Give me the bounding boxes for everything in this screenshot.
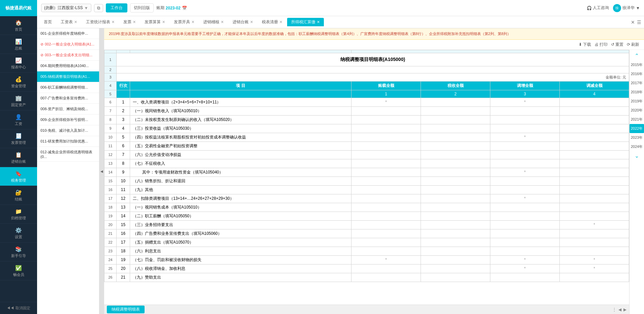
year-up-icon[interactable]: ⌃ <box>633 51 640 60</box>
close-icon[interactable]: ✕ <box>279 20 282 24</box>
form-item-012[interactable]: 012-减免企业所得税优惠明细表(0... <box>37 147 99 162</box>
cell[interactable] <box>490 247 560 255</box>
sidebar-item-closing[interactable]: 🔐 结账 <box>0 186 37 205</box>
year-2015[interactable]: 2015年 <box>630 60 644 69</box>
cell[interactable] <box>351 150 421 159</box>
cell[interactable] <box>490 142 560 150</box>
cell[interactable] <box>421 273 490 282</box>
cell[interactable] <box>351 177 421 185</box>
cell[interactable] <box>490 273 560 282</box>
cell[interactable] <box>490 150 560 159</box>
cell[interactable] <box>351 115 421 124</box>
close-icon[interactable]: ✕ <box>112 20 115 24</box>
cell[interactable] <box>421 177 490 185</box>
close-icon[interactable]: ✕ <box>74 20 77 24</box>
cell[interactable] <box>490 185 560 194</box>
year-2023[interactable]: 2023年 <box>630 133 644 142</box>
cell[interactable] <box>351 220 421 229</box>
cell[interactable]: * <box>351 98 421 106</box>
cell[interactable]: * <box>490 264 560 273</box>
form-item-003[interactable]: ⊘ 003-一般企业成本支出明细... <box>37 50 99 61</box>
cell[interactable] <box>351 203 421 212</box>
sidebar-item-invoice-mgmt[interactable]: 🧾 发票管理 <box>0 129 37 148</box>
cell[interactable] <box>560 212 629 220</box>
cell[interactable] <box>351 142 421 150</box>
close-icon[interactable]: ✕ <box>250 20 253 24</box>
cell[interactable] <box>490 220 560 229</box>
sidebar-item-asset[interactable]: 💰 资金管理 <box>0 73 37 92</box>
cell[interactable] <box>490 177 560 185</box>
cell[interactable] <box>421 203 490 212</box>
sidebar-item-settings[interactable]: ⚙️ 设置 <box>0 224 37 243</box>
cell[interactable] <box>560 273 629 282</box>
copy-button[interactable]: ⧉ <box>94 4 103 12</box>
refresh-button[interactable]: ⟳ 刷新 <box>627 42 639 48</box>
close-icon[interactable]: ✕ <box>317 20 320 24</box>
sidebar-item-report[interactable]: 📈 报表中心 <box>0 54 37 73</box>
cell[interactable] <box>421 133 490 142</box>
form-item-008[interactable]: 008-资产折旧、摊销及纳税... <box>37 104 99 115</box>
year-2017[interactable]: 2017年 <box>630 78 644 88</box>
cell[interactable] <box>351 194 421 203</box>
unpin-button[interactable]: ◀◀ 取消固定 <box>0 302 37 314</box>
cell[interactable] <box>351 133 421 142</box>
cell[interactable] <box>351 106 421 115</box>
scroll-left-icon[interactable]: ◀ <box>618 307 621 312</box>
close-icon[interactable]: ✕ <box>191 20 194 24</box>
cell[interactable] <box>560 177 629 185</box>
cell[interactable]: * <box>560 255 629 264</box>
cell[interactable] <box>490 106 560 115</box>
cell[interactable] <box>351 264 421 273</box>
year-2016[interactable]: 2016年 <box>630 69 644 78</box>
cell[interactable] <box>560 159 629 168</box>
cell[interactable] <box>351 273 421 282</box>
cell[interactable] <box>421 98 490 106</box>
cell[interactable] <box>351 159 421 168</box>
cell[interactable] <box>560 168 629 177</box>
tab-payroll-stat[interactable]: 工资统计报表 ✕ <box>82 18 119 26</box>
year-2018[interactable]: 2018年 <box>630 88 644 97</box>
cell[interactable] <box>490 229 560 238</box>
cell[interactable]: * <box>490 98 560 106</box>
cell[interactable] <box>421 185 490 194</box>
company-selector[interactable]: (勿删）江西股室-LSS ▼ <box>41 4 91 12</box>
tab-tax-clear[interactable]: 税表清册 ✕ <box>258 18 286 26</box>
tab-invoice-in[interactable]: 进销稽核 ✕ <box>199 18 228 26</box>
year-2019[interactable]: 2019年 <box>630 97 644 106</box>
close-all-icon[interactable]: ✕ <box>631 20 635 25</box>
cell[interactable]: * <box>490 133 560 142</box>
sidebar-item-guide[interactable]: 📚 新手引导 <box>0 243 37 261</box>
cell[interactable] <box>560 124 629 133</box>
sidebar-item-tax[interactable]: 🔖 税务管理 <box>0 167 37 186</box>
sidebar-item-home[interactable]: 🏠 首页 <box>0 16 37 35</box>
cell[interactable] <box>560 185 629 194</box>
cell[interactable] <box>421 159 490 168</box>
cell[interactable] <box>421 220 490 229</box>
form-item-006[interactable]: 006-职工薪酬纳税调整明细... <box>37 82 99 93</box>
tab-income-tax[interactable]: 所得税汇算缴 ✕ <box>287 18 324 26</box>
download-button[interactable]: ⬇ 下载 <box>579 42 591 48</box>
cell[interactable] <box>560 194 629 203</box>
tab-home[interactable]: 首页 <box>40 18 56 26</box>
cell[interactable] <box>421 229 490 238</box>
year-2021[interactable]: 2021年 <box>630 115 644 124</box>
cell[interactable] <box>421 255 490 264</box>
form-item-007[interactable]: 007-广告费和业务宣传费跨... <box>37 93 99 104</box>
cell[interactable] <box>560 247 629 255</box>
year-down-icon[interactable]: ⌄ <box>633 151 640 160</box>
form-item-011[interactable]: 011-研发费用加计扣除优惠... <box>37 136 99 147</box>
spreadsheet-container[interactable]: 1 纳税调整项目明细表(A105000) 2 3 <box>104 50 629 305</box>
year-2020[interactable]: 2020年 <box>630 106 644 115</box>
cell[interactable]: * <box>560 220 629 229</box>
cell[interactable] <box>560 229 629 238</box>
cell[interactable] <box>421 264 490 273</box>
cell[interactable] <box>490 238 560 247</box>
cell[interactable]: * <box>351 255 421 264</box>
cell[interactable] <box>560 142 629 150</box>
sidebar-item-archive[interactable]: 📁 归档管理 <box>0 205 37 224</box>
cell[interactable] <box>421 238 490 247</box>
scroll-right-icon[interactable]: ▶ <box>623 307 626 312</box>
cell[interactable] <box>421 247 490 255</box>
support-btn[interactable]: 🎧 人工咨询 <box>587 5 609 11</box>
cell[interactable] <box>490 124 560 133</box>
